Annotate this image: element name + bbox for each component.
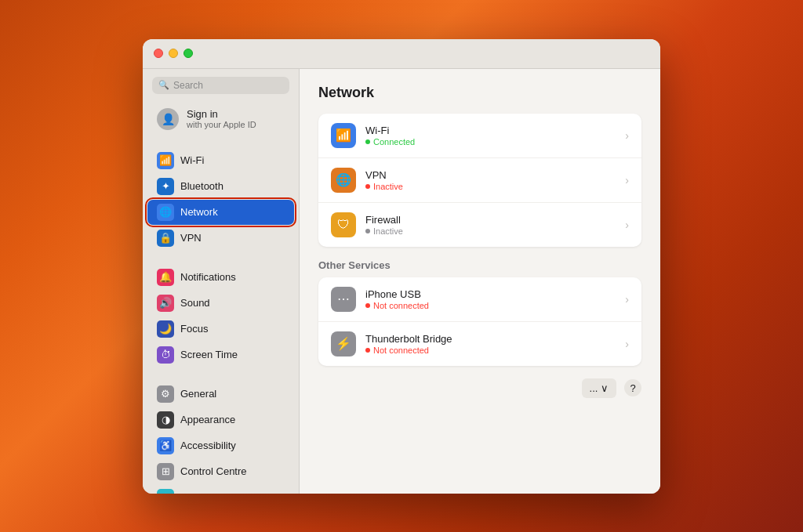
avatar: 👤 [157, 108, 179, 130]
vpn-row-title: VPN [365, 169, 625, 181]
sidebar-label-bluetooth: Bluetooth [180, 180, 223, 192]
sidebar-group-connectivity: 📶 Wi-Fi ✦ Bluetooth 🌐 Network 🔒 VPN [143, 144, 299, 255]
sign-in-text: Sign in with your Apple ID [187, 108, 256, 129]
bottom-actions: ... ∨ ? [318, 378, 641, 398]
sidebar-item-notifications[interactable]: 🔔 Notifications [147, 265, 294, 290]
firewall-row-status: Inactive [365, 226, 625, 236]
firewall-chevron-icon: › [625, 219, 629, 231]
iphone-status-text: Not connected [373, 301, 429, 310]
sidebar-label-sound: Sound [180, 297, 210, 309]
sidebar: 🔍 Search 👤 Sign in with your Apple ID 📶 … [143, 69, 300, 494]
sidebar-label-appearance: Appearance [180, 414, 235, 425]
more-label: ... ∨ [590, 382, 609, 394]
iphone-usb-icon: ⋯ [331, 287, 356, 312]
main-content: Network 📶 Wi-Fi Connected › [300, 69, 660, 494]
sidebar-label-general: General [180, 388, 216, 400]
vpn-icon: 🔒 [157, 230, 174, 247]
more-button[interactable]: ... ∨ [582, 378, 616, 398]
thunderbolt-status: Not connected [365, 346, 625, 355]
sidebar-group-system: ⚙ General ◑ Appearance ♿ Accessibility ⊞… [143, 378, 299, 494]
thunderbolt-row[interactable]: ⚡ Thunderbolt Bridge Not connected › [318, 322, 641, 366]
control-centre-icon: ⊞ [157, 463, 174, 480]
vpn-status-dot [365, 184, 370, 189]
other-services-heading: Other Services [318, 259, 641, 271]
search-bar[interactable]: 🔍 Search [152, 77, 289, 94]
window-body: 🔍 Search 👤 Sign in with your Apple ID 📶 … [143, 69, 660, 494]
sidebar-item-screen-time[interactable]: ⏱ Screen Time [147, 342, 294, 367]
appearance-icon: ◑ [157, 411, 174, 429]
iphone-usb-row[interactable]: ⋯ iPhone USB Not connected › [318, 277, 641, 322]
minimize-button[interactable] [169, 49, 178, 58]
thunderbolt-text: Thunderbolt Bridge Not connected [365, 333, 625, 355]
general-icon: ⚙ [157, 385, 174, 403]
sidebar-label-screen-time: Screen Time [180, 349, 238, 360]
sidebar-label-network: Network [180, 206, 218, 218]
titlebar [143, 39, 660, 69]
sidebar-item-wifi[interactable]: 📶 Wi-Fi [147, 148, 294, 173]
sidebar-label-control-centre: Control Centre [180, 465, 247, 477]
traffic-lights [154, 49, 193, 58]
sidebar-item-vpn[interactable]: 🔒 VPN [147, 226, 294, 251]
firewall-status-text: Inactive [373, 226, 403, 236]
search-placeholder: Search [173, 80, 203, 91]
close-button[interactable] [154, 49, 163, 58]
thunderbolt-title: Thunderbolt Bridge [365, 333, 625, 345]
sidebar-label-wifi: Wi-Fi [180, 154, 204, 166]
wifi-row-title: Wi-Fi [365, 125, 625, 136]
sidebar-label-vpn: VPN [180, 232, 202, 244]
sign-in-item[interactable]: 👤 Sign in with your Apple ID [147, 102, 294, 136]
sidebar-label-siri: Siri & Spotlight [180, 491, 247, 494]
bluetooth-icon: ✦ [157, 178, 174, 195]
firewall-row-title: Firewall [365, 214, 625, 226]
thunderbolt-chevron-icon: › [625, 338, 629, 350]
system-preferences-window: 🔍 Search 👤 Sign in with your Apple ID 📶 … [143, 39, 660, 494]
sidebar-item-control-centre[interactable]: ⊞ Control Centre [147, 459, 294, 484]
maximize-button[interactable] [183, 49, 193, 58]
sidebar-label-focus: Focus [180, 323, 208, 335]
sidebar-item-appearance[interactable]: ◑ Appearance [147, 407, 294, 432]
sidebar-item-sound[interactable]: 🔊 Sound [147, 291, 294, 316]
vpn-row-text: VPN Inactive [365, 169, 625, 191]
help-label: ? [630, 382, 635, 394]
wifi-status-text: Connected [373, 137, 415, 147]
wifi-row-text: Wi-Fi Connected [365, 125, 625, 147]
vpn-row-icon: 🌐 [331, 168, 356, 193]
iphone-usb-status: Not connected [365, 301, 625, 310]
vpn-row-status: Inactive [365, 182, 625, 191]
help-button[interactable]: ? [624, 379, 641, 396]
vpn-chevron-icon: › [625, 174, 629, 186]
sidebar-item-siri[interactable]: ✦ Siri & Spotlight [147, 485, 294, 494]
sidebar-group-notifications: 🔔 Notifications 🔊 Sound 🌙 Focus ⏱ Screen… [143, 261, 299, 371]
sign-in-title: Sign in [187, 108, 256, 120]
firewall-status-dot [365, 229, 370, 233]
search-icon: 🔍 [158, 80, 169, 90]
network-icon: 🌐 [157, 204, 174, 221]
wifi-row[interactable]: 📶 Wi-Fi Connected › [318, 114, 641, 158]
sound-icon: 🔊 [157, 295, 174, 312]
iphone-usb-title: iPhone USB [365, 288, 625, 300]
sidebar-label-accessibility: Accessibility [180, 440, 236, 451]
sidebar-item-general[interactable]: ⚙ General [147, 382, 294, 407]
accessibility-icon: ♿ [157, 437, 174, 454]
sidebar-item-focus[interactable]: 🌙 Focus [147, 317, 294, 342]
wifi-status-dot [365, 139, 370, 144]
focus-icon: 🌙 [157, 320, 174, 338]
firewall-row-text: Firewall Inactive [365, 214, 625, 236]
wifi-row-status: Connected [365, 137, 625, 147]
sign-in-subtitle: with your Apple ID [187, 120, 256, 129]
sidebar-item-network[interactable]: 🌐 Network [147, 200, 294, 225]
thunderbolt-status-dot [365, 348, 370, 353]
vpn-row[interactable]: 🌐 VPN Inactive › [318, 158, 641, 203]
iphone-chevron-icon: › [625, 293, 629, 306]
wifi-icon: 📶 [157, 152, 174, 169]
screen-time-icon: ⏱ [157, 346, 174, 364]
other-services-card: ⋯ iPhone USB Not connected › ⚡ Thunderbo [318, 277, 641, 366]
firewall-row[interactable]: 🛡 Firewall Inactive › [318, 203, 641, 247]
sidebar-label-notifications: Notifications [180, 271, 236, 283]
sidebar-item-bluetooth[interactable]: ✦ Bluetooth [147, 174, 294, 199]
wifi-row-icon: 📶 [331, 123, 356, 148]
page-title: Network [318, 85, 641, 101]
network-card: 📶 Wi-Fi Connected › 🌐 VPN [318, 114, 641, 247]
sidebar-item-accessibility[interactable]: ♿ Accessibility [147, 433, 294, 458]
thunderbolt-status-text: Not connected [373, 346, 429, 355]
